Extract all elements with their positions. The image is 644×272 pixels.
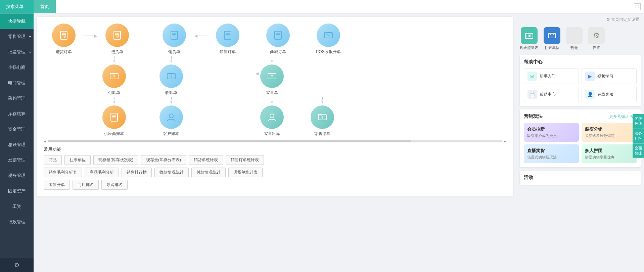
scroll-left-arrow[interactable]: ◀ (44, 139, 46, 143)
marketing-item-fission[interactable]: 裂变分销 裂变式发展分销商 (582, 123, 637, 142)
spacer (84, 77, 94, 84)
node-sales-order[interactable]: 销售订单 (208, 24, 248, 55)
sidebar-item-payroll[interactable]: 工资 (0, 199, 34, 214)
quick-icon-unit[interactable]: 往来单位 (544, 27, 560, 50)
quick-icon-settings[interactable]: ⚙ 设置 (588, 27, 605, 50)
sidebar-item-procurement[interactable]: 采购管理 (0, 91, 34, 106)
marketing-live-title: 直播卖货 (527, 148, 576, 154)
node-sales-doc-label: 销货单 (168, 49, 180, 55)
marketing-fission-desc: 裂变式发展分销商 (585, 133, 633, 138)
svg-rect-0 (60, 31, 67, 39)
help-item-video[interactable]: ▶ 视频学习 (582, 69, 637, 84)
func-btn-stock1[interactable]: 现存量(库存状况表) (93, 155, 138, 165)
node-receipt-label: 收款单 (165, 90, 177, 96)
home-customize[interactable]: ⚙ 首页自定义设置 (520, 17, 641, 22)
flow-scroll[interactable]: 进货订单 ▶ (44, 24, 506, 138)
side-float: 客服热线 服务社区 桌面快捷 (633, 114, 644, 158)
help-item-help-label: 帮助中心 (540, 92, 556, 97)
quick-icon-unit-label: 往来单位 (545, 45, 559, 50)
func-btn-guide-rank[interactable]: 导购排名 (101, 180, 128, 190)
sales-doc-icon (163, 24, 186, 47)
sp (292, 97, 302, 104)
node-supplier-label: 供应商账本 (104, 131, 124, 137)
node-payment[interactable]: ¥ 付款单 (94, 64, 134, 96)
func-btn-receipt-stat[interactable]: 收款情况统计 (154, 168, 189, 177)
node-retail-out[interactable]: 零售出库 (252, 105, 292, 137)
scroll-right-arrow[interactable]: ▶ (504, 139, 506, 143)
func-btn-rank[interactable]: 销售排行榜 (122, 168, 152, 177)
settings-icon-box: ⚙ (588, 27, 605, 44)
sp (242, 118, 252, 125)
sidebar-item-ecommerce[interactable]: 电商管理 (0, 75, 34, 91)
marketing-title: 营销玩法 (524, 114, 543, 120)
node-receipt[interactable]: ¥ 收款单 (151, 64, 191, 96)
help-item-help[interactable]: 📄 帮助中心 (524, 87, 579, 102)
func-btn-sales-order-stat[interactable]: 销售订单统计表 (226, 155, 264, 165)
sidebar-item-ledger[interactable]: 总账管理 (0, 137, 34, 152)
retail-settle-icon: ¥ (311, 105, 334, 129)
help-card: 帮助中心 ✉ 新手入门 ▶ 视频学习 📄 帮助中心 👤 (520, 55, 641, 106)
sp (84, 118, 94, 125)
node-retail-order[interactable]: ◀ ¥ 零售单 (252, 64, 292, 96)
marketing-header: 营销玩法 更多营销玩法 > (524, 114, 637, 120)
sidebar-settings[interactable]: ⚙ (0, 258, 34, 272)
side-float-community[interactable]: 服务社区 (633, 129, 644, 144)
node-customer[interactable]: 客户账本 (151, 105, 191, 137)
sp (44, 97, 84, 104)
node-pos[interactable]: POS收银开单 (308, 24, 349, 55)
svg-rect-43 (549, 33, 552, 38)
func-btn-unit[interactable]: 往来单位 (64, 155, 91, 165)
func-btn-product[interactable]: 商品 (44, 155, 62, 165)
side-float-desktop[interactable]: 桌面快捷 (633, 143, 644, 158)
marketing-card: 营销玩法 更多营销玩法 > 会员拉新 吸引用户成为会员 裂变分销 裂变式发展分销… (520, 109, 641, 167)
sidebar-item-inventory[interactable]: 库存核算 (0, 106, 34, 122)
v-arr2: ▼ (94, 56, 134, 63)
func-btn-prod-gross[interactable]: 商品毛利分析 (85, 168, 119, 177)
svg-rect-44 (552, 33, 555, 38)
marketing-member-title: 会员拉新 (527, 126, 576, 132)
v-arr5: ▼ (252, 56, 292, 63)
pos-icon (317, 24, 340, 47)
marketing-item-live[interactable]: 直播卖货 场景式购物新玩法 (524, 144, 579, 163)
marketing-item-member[interactable]: 会员拉新 吸引用户成为会员 (524, 123, 579, 142)
sidebar-item-finance[interactable]: 资金管理 (0, 122, 34, 137)
quick-icon-none-label: 暂无 (570, 45, 578, 50)
svg-text:¥: ¥ (271, 74, 273, 79)
sp (201, 97, 242, 104)
node-retail-settle[interactable]: ¥ 零售结算 (302, 105, 342, 137)
help-item-newbie[interactable]: ✉ 新手入门 (524, 69, 579, 84)
quick-icon-settings-label: 设置 (593, 45, 600, 50)
sidebar-item-wholesale[interactable]: 批发管理 (0, 44, 34, 60)
node-mall-order[interactable]: 商城订单 (258, 24, 298, 55)
help-item-service[interactable]: 👤 在线客服 (582, 87, 637, 102)
func-btn-sales-stat[interactable]: 销货单统计表 (189, 155, 223, 165)
func-btn-store-rank[interactable]: 门店排名 (73, 180, 99, 190)
node-sales-doc[interactable]: 销货单 (154, 24, 194, 55)
sidebar-item-admin[interactable]: 行政管理 (0, 214, 34, 230)
func-btn-purchase-stat[interactable]: 进货单统计表 (228, 168, 263, 177)
sidebar-item-retail[interactable]: 零售管理 (0, 29, 34, 44)
tab-home[interactable]: 首页 (34, 0, 56, 13)
sidebar-item-quicknav[interactable]: 快捷导航 (0, 13, 34, 29)
search-menu[interactable]: 搜索菜单 (0, 0, 34, 13)
marketing-item-group[interactable]: 多人拼团 拼团购物享受优惠 (582, 144, 637, 163)
side-float-service[interactable]: 客服热线 (633, 114, 644, 129)
node-purchase-order[interactable]: 进货订单 (44, 24, 84, 55)
top-right: ⛶ (634, 3, 644, 10)
node-purchase-receipt[interactable]: 进货单 (97, 24, 137, 55)
sidebar-item-ecommerce-small[interactable]: 小畅电商 (0, 60, 34, 75)
node-payment-label: 付款单 (108, 90, 120, 96)
func-btn-gross[interactable]: 销售毛利分析表 (44, 168, 82, 177)
quick-icon-cashflow[interactable]: 现金流量表 (520, 27, 538, 50)
func-btn-retail-order[interactable]: 零售开单 (44, 180, 70, 190)
sidebar-item-assets[interactable]: 固定资产 (0, 183, 34, 199)
func-btns: 商品 往来单位 现存量(库存状况表) 现存量(库存分布表) 销货单统计表 销售订… (44, 155, 506, 165)
quick-icon-none[interactable]: 暂无 (566, 27, 583, 50)
sidebar-item-invoice[interactable]: 发票管理 (0, 152, 34, 168)
fullscreen-button[interactable]: ⛶ (634, 3, 641, 10)
node-supplier[interactable]: 供应商账本 (94, 105, 134, 137)
func-btn-payment-stat[interactable]: 付款情况统计 (191, 168, 226, 177)
sidebar-item-tax[interactable]: 税务管理 (0, 168, 34, 183)
func-btn-stock2[interactable]: 现存量(库存分布表) (141, 155, 186, 165)
spacer1 (137, 36, 154, 43)
